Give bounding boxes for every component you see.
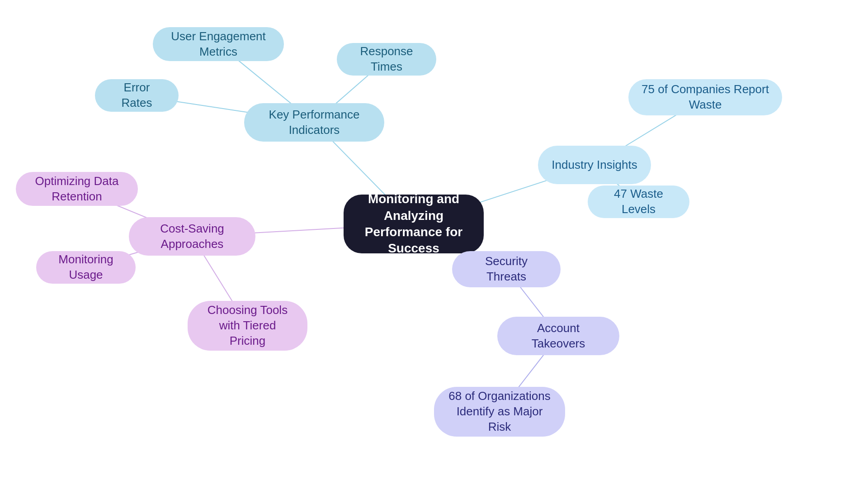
major-risk-node: 68 of Organizations Identify as Major Ri… [434, 387, 565, 437]
account-takeovers-node: Account Takeovers [497, 317, 619, 355]
monitoring-usage-node: Monitoring Usage [36, 251, 136, 284]
cost-saving-node: Cost-Saving Approaches [129, 217, 255, 256]
center-node: Monitoring and Analyzing Performance for… [344, 195, 484, 253]
kpi-node: Key Performance Indicators [244, 103, 384, 142]
optimizing-node: Optimizing Data Retention [16, 172, 138, 206]
user-engagement-node: User Engagement Metrics [153, 27, 284, 61]
waste-levels-node: 47 Waste Levels [588, 186, 689, 218]
companies-waste-node: 75 of Companies Report Waste [628, 79, 782, 115]
response-times-node: Response Times [337, 43, 436, 76]
error-rates-node: Error Rates [95, 79, 179, 112]
mindmap-canvas: Monitoring and Analyzing Performance for… [0, 0, 868, 490]
tiered-pricing-node: Choosing Tools with Tiered Pricing [188, 301, 307, 351]
security-threats-node: Security Threats [452, 251, 561, 287]
industry-insights-node: Industry Insights [538, 146, 651, 184]
